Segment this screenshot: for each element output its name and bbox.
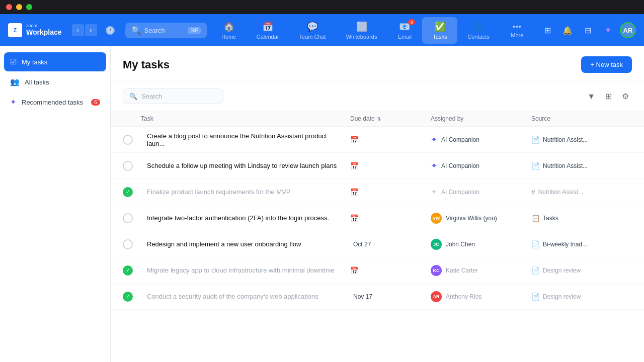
col-header-assigned: Assigned by — [431, 115, 531, 122]
task-name-7: Conduct a security audit of the company'… — [141, 293, 350, 300]
user-avatar-kc: KC — [431, 265, 442, 276]
search-shortcut: ⌘F — [188, 27, 201, 34]
history-button[interactable]: 🕐 — [103, 24, 117, 37]
task-checkbox-3[interactable]: ✓ — [123, 187, 133, 197]
task-source-3: # Nutrition Assist... — [531, 188, 632, 196]
task-checkbox-7[interactable]: ✓ — [123, 292, 133, 302]
content-area: My tasks + New task 🔍 ▼ ⊞ ⚙ Task — [111, 46, 644, 362]
task-due-7: Nov 17 — [350, 293, 431, 300]
maximize-button[interactable] — [26, 4, 32, 10]
nav-item-more[interactable]: ••• More — [500, 19, 535, 42]
nav-item-home[interactable]: 🏠 Home — [211, 17, 247, 44]
task-source-4: 📋 Tasks — [531, 214, 632, 222]
page-title: My tasks — [123, 58, 170, 71]
table-row: Schedule a follow up meeting with Lindsa… — [111, 153, 644, 179]
more-icon: ••• — [513, 23, 522, 31]
task-checkbox-5[interactable] — [123, 239, 133, 249]
ai-companion-button[interactable]: ✦ — [600, 22, 616, 38]
task-due-2: 📅 — [350, 162, 431, 170]
task-name-4: Integrate two-factor authentication (2FA… — [141, 214, 350, 222]
doc-icon: 📄 — [531, 293, 540, 301]
back-button[interactable]: ‹ — [72, 24, 84, 36]
whiteboard-icon: ⬜ — [356, 21, 367, 32]
col-header-task: Task — [141, 115, 350, 122]
tasks-icon: ✅ — [434, 21, 445, 32]
search-input[interactable] — [144, 27, 185, 34]
apps-button[interactable]: ⊞ — [539, 22, 555, 38]
col-header-source: Source — [531, 115, 632, 122]
calendar-icon: 📅 — [350, 136, 359, 144]
task-table: Task Due date ⇅ Assigned by Source Creat… — [111, 111, 644, 362]
table-row: ✓ Conduct a security audit of the compan… — [111, 284, 644, 310]
global-search[interactable]: 🔍 ⌘F — [125, 23, 207, 38]
task-search-bar[interactable]: 🔍 — [123, 88, 223, 104]
nav-item-email-label: Email — [398, 34, 412, 40]
filter-button[interactable]: ▼ — [584, 88, 598, 104]
ai-companion-icon: ✦ — [431, 161, 437, 170]
sort-icon: ⇅ — [377, 116, 381, 122]
nav-arrows: ‹ › — [72, 24, 97, 36]
task-name-2: Schedule a follow up meeting with Lindsa… — [141, 162, 350, 169]
doc-icon: 📄 — [531, 240, 540, 248]
col-header-due: Due date ⇅ — [350, 115, 431, 122]
channel-icon: # — [531, 188, 535, 196]
nav-item-tasks[interactable]: ✅ Tasks — [422, 17, 457, 44]
nav-item-team-chat[interactable]: 💬 Team Chat — [289, 17, 336, 44]
calendar-icon: 📅 — [262, 21, 273, 32]
task-name-5: Redesign and implement a new user onboar… — [141, 240, 350, 248]
task-source-1: 📄 Nutrition Assist... — [531, 136, 632, 144]
nav-item-contacts-label: Contacts — [467, 34, 489, 40]
task-search-input[interactable] — [141, 93, 217, 100]
user-avatar-jc: JC — [431, 239, 442, 250]
nav-item-contacts[interactable]: 👤 Contacts — [457, 17, 499, 44]
panels-button[interactable]: ⊟ — [580, 22, 596, 38]
sidebar-item-recommended-label: Recommended tasks — [22, 99, 83, 106]
nav-item-whiteboard-label: Whiteboards — [346, 34, 377, 40]
logo-text: zoom Workplace — [26, 24, 62, 36]
sidebar: ☑ My tasks 👥 All tasks ✦ Recommended tas… — [0, 46, 111, 362]
sidebar-item-all-tasks[interactable]: 👥 All tasks — [4, 72, 106, 92]
nav-items: 🏠 Home 📅 Calendar 💬 Team Chat ⬜ Whiteboa… — [207, 17, 539, 44]
task-source-7: 📄 Design review — [531, 293, 632, 301]
toolbar-actions: ▼ ⊞ ⚙ — [584, 88, 632, 104]
sidebar-item-my-tasks[interactable]: ☑ My tasks — [4, 52, 106, 71]
user-avatar-ar: AR — [431, 291, 442, 302]
task-checkbox-2[interactable] — [123, 161, 133, 171]
task-toolbar: 🔍 ▼ ⊞ ⚙ — [111, 81, 644, 111]
task-due-3: 📅 — [350, 188, 431, 196]
task-due-6: 📅 — [350, 266, 431, 275]
close-button[interactable] — [6, 4, 12, 10]
task-due-5: Oct 27 — [350, 241, 431, 248]
calendar-icon: 📅 — [350, 266, 359, 275]
calendar-icon: 📅 — [350, 214, 359, 222]
minimize-button[interactable] — [16, 4, 22, 10]
doc-icon: 📄 — [531, 162, 540, 170]
recommended-icon: ✦ — [10, 98, 17, 107]
task-source-6: 📄 Design review — [531, 266, 632, 275]
task-name-6: Migrate legacy app to cloud infrastructu… — [141, 266, 350, 274]
app-logo: Z zoom Workplace — [8, 23, 62, 37]
nav-item-calendar[interactable]: 📅 Calendar — [247, 17, 289, 44]
doc-icon: 📄 — [531, 136, 540, 144]
view-columns-button[interactable]: ⊞ — [602, 88, 615, 104]
task-checkbox-4[interactable] — [123, 213, 133, 223]
nav-item-whiteboards[interactable]: ⬜ Whiteboards — [336, 17, 387, 44]
user-avatar-vw: VW — [431, 213, 442, 224]
settings-button[interactable]: ⚙ — [619, 88, 632, 104]
task-checkbox-6[interactable]: ✓ — [123, 265, 133, 276]
task-assigned-1: ✦ AI Companion — [431, 135, 531, 144]
zoom-logo-icon: Z — [8, 23, 22, 37]
nav-item-more-label: More — [511, 32, 523, 38]
user-avatar[interactable]: AR — [620, 22, 636, 38]
task-checkbox-1[interactable] — [123, 135, 133, 145]
table-row: ✓ Migrate legacy app to cloud infrastruc… — [111, 257, 644, 284]
notifications-button[interactable]: 🔔 — [559, 22, 576, 38]
forward-button[interactable]: › — [85, 24, 97, 36]
doc-icon: 📄 — [531, 266, 540, 275]
sidebar-item-recommended[interactable]: ✦ Recommended tasks 6 — [4, 93, 106, 112]
new-task-button[interactable]: + New task — [581, 56, 632, 73]
nav-item-email[interactable]: 📧 Email 9 — [387, 17, 422, 44]
task-due-4: 📅 — [350, 214, 431, 222]
search-icon: 🔍 — [131, 26, 141, 35]
all-tasks-icon: 👥 — [10, 77, 20, 86]
